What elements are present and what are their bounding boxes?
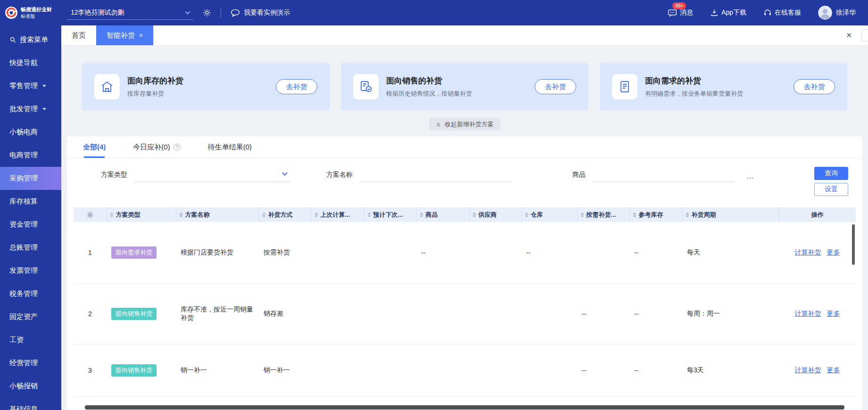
next-calc-cell: [364, 222, 416, 283]
more-link[interactable]: 更多: [827, 248, 840, 256]
user-name: 徐泽华: [836, 8, 856, 17]
table-settings-icon[interactable]: [86, 211, 94, 219]
calc-replenish-link[interactable]: 计算补货: [795, 248, 821, 256]
method-cell: 销一补一: [259, 344, 311, 396]
row-index: 1: [74, 222, 107, 283]
scheme-name-label: 方案名称: [326, 171, 353, 182]
collapse-plans-button[interactable]: 收起新增补货方案: [429, 118, 500, 131]
online-service-button[interactable]: 在线客服: [763, 8, 801, 17]
more-link[interactable]: 更多: [827, 366, 840, 374]
sort-icon[interactable]: [179, 213, 183, 217]
card-subtitle: 根据历史销售情况，按销量补货: [386, 90, 472, 98]
warehouse-cell: [521, 283, 577, 344]
col-header-cycle[interactable]: 补货周期: [682, 207, 779, 222]
sidebar-item-quick-nav[interactable]: 快捷导航: [0, 51, 61, 74]
ref-stock-cell: --: [629, 344, 682, 396]
sort-icon[interactable]: [472, 213, 476, 217]
sidebar-item-purchase-mgmt[interactable]: 采购管理: [0, 167, 61, 190]
sidebar-item-tax-mgmt[interactable]: 税务管理: [0, 282, 61, 305]
chevron-down-icon: [185, 9, 190, 14]
sidebar-item-invoice-mgmt[interactable]: 发票管理: [0, 259, 61, 282]
topbar-gear-icon[interactable]: [203, 8, 211, 17]
card-subtitle: 按库存量补货: [127, 90, 183, 98]
scheme-type-badge: 面向销售补货: [111, 308, 157, 320]
scheme-type-select[interactable]: [135, 169, 290, 182]
table-row[interactable]: 2 面向销售补货 库存不准，按近一周销量补货 销存差 -- --: [74, 283, 856, 344]
more-link[interactable]: 更多: [827, 310, 840, 317]
demand-cell: --: [577, 344, 629, 396]
table-row[interactable]: 1 面向需求补货 根据门店要货补货 按需补货 -- -- --: [74, 222, 856, 283]
tab-all[interactable]: 全部(4): [83, 136, 106, 158]
sidebar-item-fixed-assets[interactable]: 固定资产: [0, 305, 61, 328]
download-icon: [710, 8, 719, 17]
calc-replenish-link[interactable]: 计算补货: [795, 366, 821, 374]
product-input[interactable]: [593, 169, 735, 182]
search-button[interactable]: 查询: [814, 167, 848, 180]
brand: 畅捷通好业财 标准版: [0, 6, 61, 19]
sort-icon[interactable]: [314, 213, 318, 217]
tab-today-due[interactable]: 今日应补(0) ?: [133, 136, 180, 158]
sort-icon[interactable]: [367, 213, 371, 217]
search-icon: [9, 36, 17, 43]
sidebar-item-wholesale-mgmt[interactable]: 批发管理: [0, 98, 61, 121]
app-download-button[interactable]: App下载: [710, 8, 746, 17]
avatar[interactable]: [818, 6, 832, 20]
company-selector[interactable]: 12李艳芬测试勿删: [67, 6, 193, 20]
horizontal-scrollbar[interactable]: [85, 405, 844, 410]
messages-button[interactable]: 99+ 消息: [668, 8, 693, 17]
demo-link[interactable]: 我要看实例演示: [231, 8, 290, 17]
tab-smart-replenish[interactable]: 智能补货 ×: [96, 25, 153, 45]
col-header-warehouse[interactable]: 仓库: [521, 207, 577, 222]
sort-icon[interactable]: [686, 213, 689, 217]
warehouse-icon: [94, 74, 120, 99]
sidebar-item-funds-mgmt[interactable]: 资金管理: [0, 213, 61, 236]
sort-icon[interactable]: [525, 213, 529, 217]
sidebar-item-xiaochang-expense[interactable]: 小畅报销: [0, 375, 61, 398]
sidebar-item-general-ledger[interactable]: 总账管理: [0, 236, 61, 259]
col-header-last-calc[interactable]: 上次计算...: [311, 207, 364, 222]
sort-icon[interactable]: [633, 213, 637, 217]
close-icon[interactable]: ✕: [846, 31, 852, 40]
sort-icon[interactable]: [110, 213, 114, 217]
col-header-ref-stock[interactable]: 参考库存: [629, 207, 682, 222]
tab-home[interactable]: 首页: [61, 25, 96, 45]
help-icon[interactable]: ?: [174, 144, 181, 151]
warehouse-cell: --: [521, 222, 577, 283]
sidebar-item-inventory-accounting[interactable]: 库存核算: [0, 190, 61, 213]
online-service-label: 在线客服: [775, 8, 801, 17]
sidebar-item-ecom-mgmt[interactable]: 电商管理: [0, 144, 61, 167]
product-more-button[interactable]: ...: [747, 172, 754, 182]
tab-pending-results[interactable]: 待生单结果(0): [208, 136, 252, 158]
go-replenish-button[interactable]: 去补货: [794, 79, 835, 94]
col-header-scheme-type[interactable]: 方案类型: [107, 207, 176, 222]
col-header-scheme-name[interactable]: 方案名称: [176, 207, 259, 222]
sidebar-item-business-mgmt[interactable]: 经营管理: [0, 352, 61, 375]
card-inventory-replenish: 面向库存的补货 按库存量补货 去补货: [82, 63, 330, 110]
fullscreen-icon[interactable]: [861, 29, 868, 41]
last-calc-cell: [311, 222, 364, 283]
sidebar-item-payroll[interactable]: 工资: [0, 328, 61, 352]
sort-icon[interactable]: [580, 213, 584, 217]
sidebar-item-basic-info[interactable]: 基础信息: [0, 398, 61, 410]
scheme-name-input[interactable]: [360, 169, 511, 182]
settings-button[interactable]: 设置: [814, 183, 848, 196]
sort-icon[interactable]: [262, 213, 266, 217]
sidebar-item-retail-mgmt[interactable]: 零售管理: [0, 74, 61, 98]
sales-doc-icon: [353, 74, 379, 99]
calc-replenish-link[interactable]: 计算补货: [795, 310, 821, 317]
go-replenish-button[interactable]: 去补货: [535, 79, 576, 94]
sort-icon[interactable]: [420, 213, 423, 217]
table-row[interactable]: 3 面向销售补货 销一补一 销一补一 -- --: [74, 344, 856, 396]
col-header-product[interactable]: 商品: [416, 207, 469, 222]
replenish-cards: 面向库存的补货 按库存量补货 去补货 面向销售的补货: [82, 63, 847, 110]
content-area: 面向库存的补货 按库存量补货 去补货 面向销售的补货: [61, 45, 868, 410]
col-header-next-calc[interactable]: 预计下次...: [364, 207, 416, 222]
col-header-demand[interactable]: 按需补货...: [577, 207, 629, 222]
vertical-scrollbar[interactable]: [852, 224, 855, 265]
sidebar-item-search-menu[interactable]: 搜索菜单: [0, 28, 61, 51]
go-replenish-button[interactable]: 去补货: [276, 79, 317, 94]
tab-close-icon[interactable]: ×: [139, 32, 143, 39]
col-header-supplier[interactable]: 供应商: [469, 207, 521, 222]
col-header-method[interactable]: 补货方式: [259, 207, 311, 222]
sidebar-item-xiaochang-ecom[interactable]: 小畅电商: [0, 121, 61, 144]
